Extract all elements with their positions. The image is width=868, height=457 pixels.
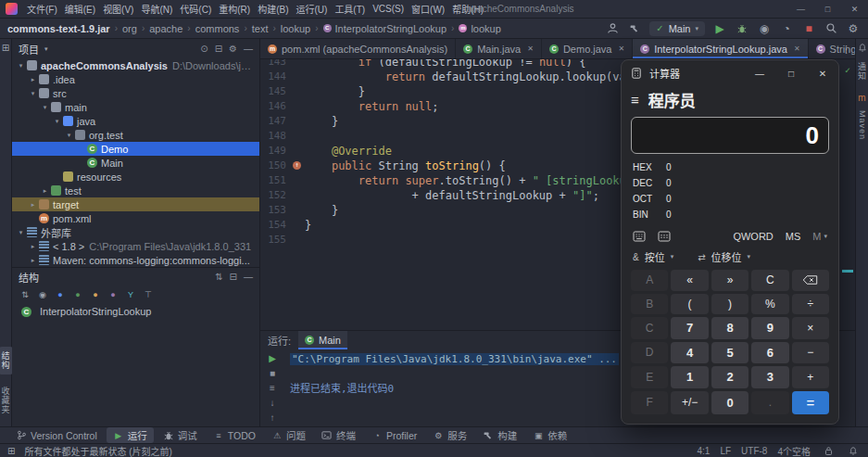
menu-item[interactable]: VCS(S) [369, 0, 408, 18]
breadcrumb-item[interactable]: lookup [281, 23, 310, 34]
calc-key-divide[interactable]: ÷ [792, 294, 829, 315]
menu-item[interactable]: 代码(C) [176, 0, 215, 18]
toolwindow-item[interactable]: 构建 [476, 427, 523, 443]
stripe-tool-button[interactable]: 收藏夹 [0, 382, 13, 419]
options-button[interactable]: ⚙ [229, 44, 237, 54]
tab-interpolatorstringlookup-java[interactable]: CInterpolatorStringLookup.java✕ [633, 39, 808, 58]
radix-oct[interactable]: OCT0 [633, 191, 827, 207]
calc-key-hex-c[interactable]: C [631, 317, 668, 339]
close-icon[interactable]: ✕ [794, 44, 800, 53]
close-icon[interactable]: ✕ [618, 44, 624, 53]
run-tab-main[interactable]: C Main [298, 331, 347, 349]
hide-button[interactable]: — [244, 44, 253, 54]
breadcrumb-item[interactable]: text [252, 23, 269, 34]
collapse-all-button[interactable]: ⊟ [230, 272, 237, 282]
status-item[interactable]: 4个空格 [777, 444, 811, 457]
search-everywhere-button[interactable] [824, 21, 838, 36]
calc-key-shift-left[interactable]: « [671, 270, 708, 291]
calc-key-add[interactable]: + [792, 366, 829, 388]
expand-all-icon[interactable]: ⊤ [142, 288, 155, 301]
chevron-right-icon[interactable]: ▸ [28, 243, 38, 250]
bitshift-menu-button[interactable]: ⇄ 位移位 ▾ [698, 249, 750, 264]
tree-row-org-test[interactable]: ▾org.test [12, 128, 259, 142]
tool-window-switcher-icon[interactable]: ⊞ [7, 446, 15, 456]
calc-key-percent[interactable]: % [751, 294, 788, 315]
calc-key-hex-b[interactable]: B [631, 294, 668, 315]
calc-close-button[interactable]: ✕ [807, 60, 838, 86]
calc-key-subtract[interactable]: − [792, 342, 829, 364]
chevron-down-icon[interactable]: ▾ [52, 118, 62, 125]
tree-row-main[interactable]: ▾main [12, 100, 259, 114]
chevron-down-icon[interactable]: ▾ [44, 45, 48, 53]
menu-item[interactable]: 工具(T) [331, 0, 369, 18]
radix-hex[interactable]: HEX0 [633, 159, 827, 175]
menu-item[interactable]: 构建(B) [254, 0, 292, 18]
toolwindow-profiler[interactable]: ◔Profiler [365, 429, 423, 442]
toolwindow-item[interactable]: ▶运行 [107, 427, 154, 443]
calc-key-six[interactable]: 6 [751, 342, 788, 364]
breadcrumb-item[interactable]: commons [195, 23, 240, 34]
minimize-button[interactable]: — [787, 0, 814, 18]
stripe-tool-button[interactable]: mMaven [857, 93, 868, 145]
toolwindow-item[interactable]: ▣依赖 [526, 427, 573, 443]
select-opened-file-button[interactable]: ⊙ [200, 44, 208, 54]
tree-row-src[interactable]: ▾src [12, 86, 259, 100]
close-button[interactable]: ✕ [841, 0, 868, 18]
hamburger-menu-icon[interactable]: ≡ [631, 92, 639, 108]
notifications-icon[interactable] [846, 443, 861, 457]
tree-row-resources[interactable]: resources [12, 170, 259, 184]
calc-key-open-paren[interactable]: ( [671, 294, 708, 315]
calc-key-eight[interactable]: 8 [711, 317, 748, 339]
tree-row-target[interactable]: ▸target [12, 197, 259, 211]
toolwindow-item[interactable]: 终端 [315, 427, 362, 443]
chevron-down-icon[interactable]: ▾ [64, 132, 74, 139]
menu-item[interactable]: 文件(F) [23, 0, 61, 18]
hide-button[interactable]: — [244, 272, 253, 282]
tree-row-java[interactable]: ▾java [12, 114, 259, 128]
group-by-icon[interactable]: Y [124, 288, 137, 301]
calc-key-two[interactable]: 2 [711, 366, 748, 388]
radix-dec[interactable]: DEC0 [633, 175, 827, 191]
stripe-tool-button[interactable]: 通知 [855, 43, 868, 85]
scroll-to-end-button[interactable]: ↓ [270, 398, 275, 408]
breadcrumb-item[interactable]: apache [149, 23, 182, 34]
run-button[interactable]: ▶ [712, 21, 727, 36]
tool-window-stripe-icon[interactable]: ⊞ [2, 43, 9, 53]
breadcrumb-item[interactable]: commons-text-1.9.jar [7, 23, 110, 34]
show-inherited-icon[interactable]: ● [107, 288, 120, 301]
chevron-right-icon[interactable]: ▸ [28, 76, 38, 83]
profiler-button[interactable]: ◔ [779, 21, 794, 36]
calculator-titlebar[interactable]: 计算器 — □ ✕ [622, 60, 838, 86]
calc-key-four[interactable]: 4 [671, 342, 708, 364]
show-properties-icon[interactable]: ● [89, 288, 102, 301]
calc-key-nine[interactable]: 9 [751, 317, 788, 339]
build-project-icon[interactable] [627, 21, 642, 36]
coverage-button[interactable]: ◉ [757, 21, 772, 36]
status-item[interactable]: UTF-8 [741, 446, 767, 456]
breadcrumb-item[interactable]: org [122, 23, 137, 34]
toolwindow-item[interactable]: ⚠问题 [265, 427, 312, 443]
tab-main-java[interactable]: CMain.java✕ [456, 39, 542, 58]
calc-key-hex-a[interactable]: A [631, 270, 668, 291]
chevron-down-icon[interactable]: ▾ [16, 229, 26, 236]
status-item[interactable]: 4:1 [698, 446, 711, 456]
collaboration-icon[interactable] [605, 21, 620, 36]
calc-key-decimal[interactable]: . [751, 391, 788, 415]
calc-key-shift-right[interactable]: » [711, 270, 748, 291]
tree-row-pom-xml[interactable]: mpom.xml [12, 211, 259, 225]
calc-key-five[interactable]: 5 [711, 342, 748, 364]
calc-key-one[interactable]: 1 [671, 366, 708, 388]
bit-toggle-keypad-icon[interactable] [658, 231, 671, 242]
sort-by-visibility-icon[interactable]: ◉ [36, 288, 49, 301]
full-keypad-icon[interactable] [633, 231, 646, 242]
stop-button[interactable]: ■ [801, 21, 816, 36]
stripe-tool-button[interactable]: 结构 [0, 347, 13, 374]
radix-bin[interactable]: BIN0 [633, 207, 827, 222]
toolwindow-todo[interactable]: ≡TODO [207, 429, 262, 442]
toolwindow-item[interactable]: 调试 [157, 427, 204, 443]
stop-button[interactable]: ■ [270, 368, 275, 378]
tree-row-1-8[interactable]: ▸< 1.8 >C:\Program Files\Java\jdk1.8.0_3… [12, 239, 259, 253]
run-configuration-select[interactable]: ✓ Main ▾ [649, 21, 705, 36]
breadcrumb-item[interactable]: CInterpolatorStringLookup [323, 23, 447, 34]
settings-button[interactable]: ⚙ [846, 21, 861, 36]
